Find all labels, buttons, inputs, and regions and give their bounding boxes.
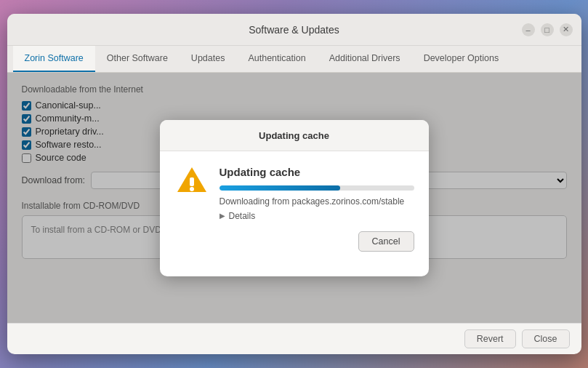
update-icon (174, 166, 209, 201)
window-title: Software & Updates (249, 24, 339, 36)
modal-header-title: Updating cache (259, 130, 329, 141)
tab-authentication[interactable]: Authentication (236, 46, 317, 72)
main-window: Software & Updates – □ ✕ Zorin Software … (7, 14, 581, 354)
titlebar: Software & Updates – □ ✕ (7, 14, 581, 46)
modal-top-row: Updating cache Downloading from packages… (174, 166, 414, 255)
svg-rect-1 (190, 177, 194, 186)
modal-right-content: Updating cache Downloading from packages… (220, 166, 414, 255)
minimize-button[interactable]: – (522, 23, 535, 36)
modal-dialog: Updating cache Updating ca (160, 120, 429, 276)
modal-body-title: Updating cache (220, 166, 414, 178)
main-area: Downloadable from the Internet Canonical… (7, 73, 581, 323)
modal-header: Updating cache (160, 120, 429, 151)
tab-updates[interactable]: Updates (180, 46, 237, 72)
progress-bar-fill (220, 185, 340, 191)
details-arrow-icon: ▶ (220, 212, 225, 220)
modal-status-text: Downloading from packages.zorinos.com/st… (220, 196, 414, 207)
tab-additional-drivers[interactable]: Additional Drivers (318, 46, 412, 72)
svg-point-2 (190, 187, 194, 191)
modal-footer: Cancel (220, 231, 414, 255)
cancel-button[interactable]: Cancel (358, 231, 414, 252)
modal-overlay: Updating cache Updating ca (7, 73, 581, 323)
maximize-button[interactable]: □ (541, 23, 554, 36)
details-label: Details (229, 211, 256, 221)
window-content: Zorin Software Other Software Updates Au… (7, 46, 581, 354)
bottom-bar: Revert Close (7, 323, 581, 354)
tab-developer-options[interactable]: Developer Options (412, 46, 511, 72)
close-button[interactable]: ✕ (560, 23, 573, 36)
revert-button[interactable]: Revert (464, 329, 516, 348)
tab-zorin-software[interactable]: Zorin Software (13, 46, 95, 72)
titlebar-buttons: – □ ✕ (522, 23, 573, 36)
modal-details-toggle[interactable]: ▶ Details (220, 211, 414, 221)
tab-other-software[interactable]: Other Software (95, 46, 180, 72)
modal-body: Updating cache Downloading from packages… (160, 151, 429, 276)
progress-bar-background (220, 185, 414, 191)
tab-bar: Zorin Software Other Software Updates Au… (7, 46, 581, 73)
close-button-bottom[interactable]: Close (522, 329, 570, 348)
